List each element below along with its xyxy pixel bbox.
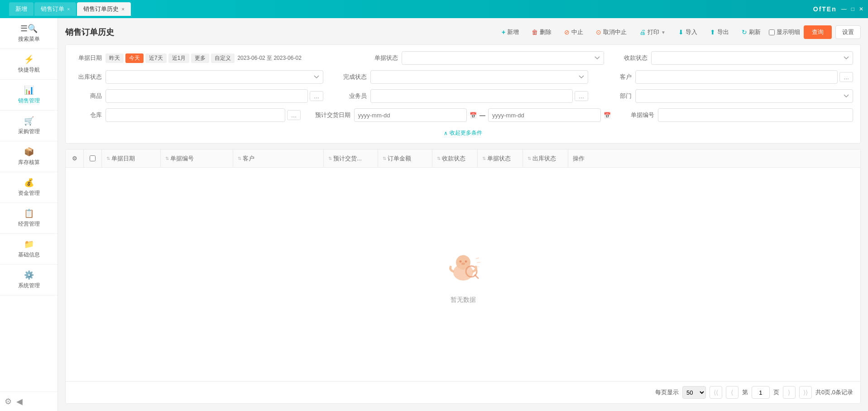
window-close-button[interactable]: ✕ — [859, 6, 863, 12]
date-tag-today[interactable]: 今天 — [125, 53, 144, 63]
delivery-date-start-input[interactable] — [354, 108, 467, 122]
date-tag-7days[interactable]: 近7天 — [145, 53, 167, 63]
bill-num-label: 单据编号 — [625, 111, 658, 119]
minimize-button[interactable]: — — [841, 6, 847, 12]
sidebar-item-search-menu[interactable]: ☰🔍 搜索菜单 — [0, 18, 58, 49]
out-status-label: 出库状态 — [73, 73, 106, 81]
delete-icon: 🗑 — [532, 29, 538, 36]
warehouse-label: 仓库 — [73, 111, 106, 119]
bill-num-input[interactable] — [658, 108, 853, 122]
show-detail-checkbox-label[interactable]: 显示明细 — [769, 28, 800, 36]
cancel-stop-button[interactable]: ⊙ 取消中止 — [591, 26, 631, 39]
goods-ellipsis-button[interactable]: ... — [310, 91, 323, 101]
collapse-sidebar-icon[interactable]: ◀ — [16, 396, 23, 406]
page-input[interactable] — [752, 386, 770, 399]
add-button[interactable]: + 新增 — [497, 26, 523, 39]
print-icon: 🖨 — [639, 29, 646, 36]
close-tab-sales-history[interactable]: × — [121, 6, 124, 12]
sidebar-item-sys-mgmt[interactable]: ⚙️ 系统管理 — [0, 265, 58, 295]
sidebar-item-label: 采购管理 — [18, 128, 40, 135]
calendar-start-icon[interactable]: 📅 — [470, 112, 477, 119]
filter-row-3: 商品 ... 业务员 ... — [73, 89, 853, 103]
delivery-date-end-input[interactable] — [488, 108, 601, 122]
sidebar-item-finance[interactable]: 💰 资金管理 — [0, 172, 58, 203]
stop-button[interactable]: ⊘ 中止 — [560, 26, 588, 39]
th-delivery[interactable]: ⇅ 预计交货... — [324, 150, 378, 167]
stop-icon: ⊘ — [564, 29, 570, 36]
th-action: 操作 — [568, 150, 860, 167]
warehouse-ellipsis-button[interactable]: ... — [287, 110, 301, 120]
sidebar-item-label: 经营管理 — [18, 220, 40, 228]
bill-status-select[interactable] — [402, 51, 604, 65]
maximize-button[interactable]: □ — [851, 6, 854, 12]
salesman-input[interactable] — [370, 89, 573, 103]
collapse-filter-row[interactable]: ∧ 收起更多条件 — [73, 127, 853, 137]
th-bill-status[interactable]: ⇅ 单据状态 — [478, 150, 523, 167]
delete-button[interactable]: 🗑 删除 — [527, 26, 556, 39]
next-page-button[interactable]: ⟩ — [783, 386, 796, 399]
filter-row-1: 单据日期 昨天 今天 近7天 近1月 更多 自定义 2023-06-02 至 2… — [73, 51, 853, 65]
customer-input[interactable] — [635, 70, 838, 84]
sidebar-item-inventory[interactable]: 📦 库存核算 — [0, 141, 58, 172]
sidebar-item-sales-mgmt[interactable]: 📊 销售管理 — [0, 80, 58, 111]
goods-input[interactable] — [106, 89, 308, 103]
tab-home[interactable]: 新增 — [9, 2, 34, 16]
th-receipt-status[interactable]: ⇅ 收款状态 — [432, 150, 478, 167]
th-check[interactable] — [84, 150, 102, 167]
import-button[interactable]: ⬇ 导入 — [674, 26, 702, 39]
select-all-checkbox[interactable] — [90, 155, 96, 161]
customer-ellipsis-button[interactable]: ... — [839, 72, 853, 82]
sidebar-item-base-info[interactable]: 📁 基础信息 — [0, 234, 58, 265]
refresh-button[interactable]: ↻ 刷新 — [737, 26, 765, 39]
sidebar-item-operations[interactable]: 📋 经营管理 — [0, 203, 58, 234]
top-bar-right: OfTEn — □ ✕ — [813, 5, 863, 13]
calendar-end-icon[interactable]: 📅 — [604, 112, 611, 119]
salesman-ellipsis-button[interactable]: ... — [575, 91, 588, 101]
date-tag-1month[interactable]: 近1月 — [168, 53, 190, 63]
last-page-button[interactable]: ⟩⟩ — [799, 386, 812, 399]
operations-icon: 📋 — [24, 208, 34, 218]
filter-out-status-field: 出库状态 — [73, 70, 323, 84]
out-status-select[interactable] — [106, 70, 323, 84]
date-tag-more[interactable]: 更多 — [191, 53, 209, 63]
th-num[interactable]: ⇅ 单据编号 — [161, 150, 233, 167]
table-header: ⚙ ⇅ 单据日期 ⇅ 单据编号 ⇅ 客户 — [66, 150, 860, 168]
first-page-button[interactable]: ⟨⟨ — [710, 386, 722, 399]
table-body: 暂无数据 — [66, 168, 860, 381]
sidebar-item-quick-nav[interactable]: ⚡ 快捷导航 — [0, 49, 58, 80]
tab-sales-order[interactable]: 销售订单 × — [34, 2, 76, 16]
complete-status-label: 完成状态 — [338, 73, 370, 81]
filter-delivery-date-field: 预计交货日期 📅 — 📅 — [315, 108, 611, 122]
sidebar: ☰🔍 搜索菜单 ⚡ 快捷导航 📊 销售管理 🛒 采购管理 📦 库存核算 💰 资金… — [0, 18, 58, 411]
sidebar-item-purchase-mgmt[interactable]: 🛒 采购管理 — [0, 111, 58, 141]
th-customer[interactable]: ⇅ 客户 — [233, 150, 324, 167]
close-tab-sales-order[interactable]: × — [67, 6, 70, 12]
department-select[interactable] — [635, 89, 853, 103]
sidebar-item-label: 快捷导航 — [18, 66, 40, 74]
warehouse-input[interactable] — [106, 108, 285, 122]
sort-icon: ⇅ — [528, 156, 531, 161]
th-out-status[interactable]: ⇅ 出库状态 — [523, 150, 568, 167]
settings-bottom-icon[interactable]: ⚙ — [5, 396, 12, 406]
table-settings-icon[interactable]: ⚙ — [72, 155, 77, 162]
filter-panel: 单据日期 昨天 今天 近7天 近1月 更多 自定义 2023-06-02 至 2… — [65, 44, 861, 144]
settings-button[interactable]: 设置 — [835, 25, 861, 39]
base-info-icon: 📁 — [24, 239, 34, 249]
th-settings[interactable]: ⚙ — [66, 150, 84, 167]
show-detail-checkbox[interactable] — [769, 29, 775, 35]
complete-status-select[interactable] — [370, 70, 588, 84]
th-date[interactable]: ⇅ 单据日期 — [102, 150, 161, 167]
receipt-status-select[interactable] — [651, 51, 853, 65]
th-amount[interactable]: ⇅ 订单金额 — [378, 150, 432, 167]
date-tag-yesterday[interactable]: 昨天 — [106, 53, 124, 63]
date-label: 单据日期 — [73, 54, 106, 62]
page-header: 销售订单历史 + 新增 🗑 删除 ⊘ 中止 ⊙ — [65, 25, 861, 39]
print-button[interactable]: 🖨 打印 ▼ — [635, 26, 670, 39]
prev-page-button[interactable]: ⟨ — [726, 386, 739, 399]
tab-sales-history[interactable]: 销售订单历史 × — [77, 2, 130, 16]
export-button[interactable]: ⬆ 导出 — [705, 26, 734, 39]
query-button[interactable]: 查询 — [804, 25, 832, 39]
per-page-select[interactable]: 10 20 50 100 — [682, 386, 706, 399]
date-tag-custom[interactable]: 自定义 — [211, 53, 235, 63]
filter-warehouse-field: 仓库 ... — [73, 108, 301, 122]
